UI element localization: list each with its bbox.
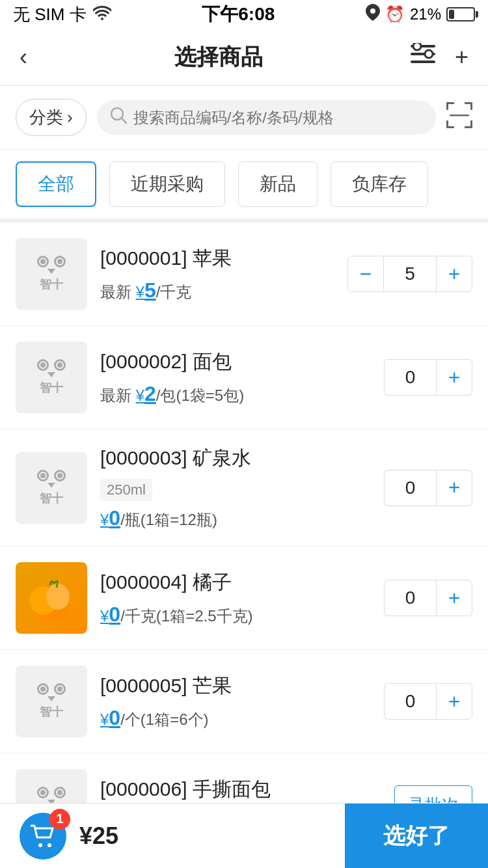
status-right: ⏰ 21% bbox=[366, 4, 475, 25]
product-spec-0000003: 250ml bbox=[100, 479, 152, 501]
product-name-0000004: [0000004] 橘子 bbox=[100, 569, 371, 596]
search-input-wrap bbox=[97, 100, 436, 135]
svg-rect-10 bbox=[470, 102, 472, 110]
svg-rect-8 bbox=[446, 102, 448, 110]
page-title: 选择商品 bbox=[174, 42, 263, 72]
product-price-0000004: ¥0/千克(1箱=2.5千克) bbox=[100, 603, 371, 627]
category-button[interactable]: 分类 › bbox=[16, 99, 87, 136]
qty-plus-0000004[interactable]: + bbox=[436, 580, 472, 616]
svg-point-3 bbox=[413, 43, 421, 50]
svg-rect-12 bbox=[446, 120, 448, 128]
owl-logo-icon: 智十 bbox=[37, 470, 66, 506]
add-button[interactable]: + bbox=[455, 44, 468, 71]
svg-rect-15 bbox=[450, 115, 469, 116]
product-info-0000005: [0000005] 芒果 ¥0/个(1箱=6个) bbox=[100, 673, 371, 730]
svg-point-19 bbox=[38, 843, 42, 847]
qty-input-0000002[interactable] bbox=[384, 359, 436, 396]
product-thumb-0000002: 智十 bbox=[16, 342, 87, 413]
battery-percent: 21% bbox=[410, 5, 441, 23]
search-icon bbox=[110, 107, 127, 128]
product-item-0000002: 智十 [0000002] 面包 最新 ¥2/包(1袋=5包) + bbox=[0, 326, 488, 429]
confirm-button[interactable]: 选好了 bbox=[345, 804, 488, 869]
qty-plus-0000001[interactable]: + bbox=[436, 256, 472, 292]
product-info-0000004: [0000004] 橘子 ¥0/千克(1箱=2.5千克) bbox=[100, 569, 371, 627]
product-price-0000003: ¥0/瓶(1箱=12瓶) bbox=[100, 506, 371, 530]
qty-control-0000003: + bbox=[384, 470, 472, 506]
cart-section: 1 ¥25 bbox=[0, 813, 345, 860]
owl-logo-icon: 智十 bbox=[37, 256, 66, 292]
filter-icon[interactable] bbox=[411, 43, 435, 71]
product-name-0000002: [0000002] 面包 bbox=[100, 349, 371, 375]
svg-rect-2 bbox=[411, 61, 435, 63]
svg-point-4 bbox=[425, 50, 433, 58]
search-bar: 分类 › bbox=[0, 86, 488, 150]
product-item-0000001: 智十 [0000001] 苹果 最新 ¥5/千克 − + bbox=[0, 223, 488, 326]
product-price-0000005: ¥0/个(1箱=6个) bbox=[100, 706, 371, 730]
status-left: 无 SIM 卡 bbox=[13, 3, 111, 26]
category-label: 分类 bbox=[29, 106, 63, 129]
qty-input-0000005[interactable] bbox=[384, 683, 436, 720]
owl-logo-icon: 智十 bbox=[37, 359, 66, 396]
qty-minus-0000001[interactable]: − bbox=[347, 256, 384, 292]
product-list: 智十 [0000001] 苹果 最新 ¥5/千克 − + 智十 bbox=[0, 223, 488, 868]
qty-control-0000002: + bbox=[384, 359, 472, 396]
tab-negative[interactable]: 负库存 bbox=[331, 161, 428, 207]
svg-rect-14 bbox=[470, 120, 472, 128]
battery-icon bbox=[446, 7, 475, 21]
location-icon bbox=[366, 4, 380, 25]
qty-control-0000001: − + bbox=[347, 256, 472, 292]
tab-all[interactable]: 全部 bbox=[16, 161, 96, 207]
orange-image bbox=[16, 562, 87, 634]
product-info-0000002: [0000002] 面包 最新 ¥2/包(1袋=5包) bbox=[100, 349, 371, 406]
back-button[interactable]: ‹ bbox=[20, 44, 27, 71]
tab-recent[interactable]: 近期采购 bbox=[109, 161, 225, 207]
product-name-0000001: [0000001] 苹果 bbox=[100, 245, 334, 272]
product-price-0000002: 最新 ¥2/包(1袋=5包) bbox=[100, 382, 371, 406]
product-thumb-0000001: 智十 bbox=[16, 238, 87, 310]
cart-icon-wrap[interactable]: 1 bbox=[20, 813, 66, 860]
qty-plus-0000003[interactable]: + bbox=[436, 470, 472, 506]
qty-control-0000005: + bbox=[384, 683, 472, 720]
product-item-0000003: 智十 [0000003] 矿泉水 250ml ¥0/瓶(1箱=12瓶) + bbox=[0, 429, 488, 547]
product-name-0000006: [0000006] 手撕面包 bbox=[100, 776, 381, 803]
product-item-0000005: 智十 [0000005] 芒果 ¥0/个(1箱=6个) + bbox=[0, 650, 488, 753]
nav-bar: ‹ 选择商品 + bbox=[0, 29, 488, 86]
status-time: 下午6:08 bbox=[202, 2, 275, 27]
search-input[interactable] bbox=[133, 109, 423, 127]
filter-tabs: 全部 近期采购 新品 负库存 bbox=[0, 150, 488, 223]
cart-total: ¥25 bbox=[79, 822, 118, 850]
svg-point-20 bbox=[47, 843, 51, 847]
owl-logo-icon: 智十 bbox=[37, 683, 66, 720]
tab-new[interactable]: 新品 bbox=[238, 161, 318, 207]
svg-line-6 bbox=[122, 118, 126, 123]
nav-right: + bbox=[411, 43, 468, 71]
svg-point-18 bbox=[46, 584, 70, 610]
cart-badge: 1 bbox=[49, 809, 70, 830]
product-thumb-0000004 bbox=[16, 562, 87, 634]
qty-input-0000001[interactable] bbox=[384, 256, 436, 292]
product-thumb-0000005: 智十 bbox=[16, 666, 87, 737]
qty-plus-0000005[interactable]: + bbox=[436, 683, 472, 720]
product-thumb-0000003: 智十 bbox=[16, 452, 87, 524]
scan-icon[interactable] bbox=[446, 102, 472, 133]
product-item-0000004: [0000004] 橘子 ¥0/千克(1箱=2.5千克) + bbox=[0, 547, 488, 650]
status-bar: 无 SIM 卡 下午6:08 ⏰ 21% bbox=[0, 0, 488, 29]
bottom-bar: 1 ¥25 选好了 bbox=[0, 803, 488, 868]
carrier-text: 无 SIM 卡 bbox=[13, 3, 87, 26]
product-info-0000003: [0000003] 矿泉水 250ml ¥0/瓶(1箱=12瓶) bbox=[100, 445, 371, 530]
product-info-0000001: [0000001] 苹果 最新 ¥5/千克 bbox=[100, 245, 334, 303]
product-name-0000005: [0000005] 芒果 bbox=[100, 673, 371, 699]
alarm-icon: ⏰ bbox=[385, 5, 405, 23]
qty-control-0000004: + bbox=[384, 580, 472, 616]
product-price-0000001: 最新 ¥5/千克 bbox=[100, 278, 334, 303]
wifi-icon bbox=[93, 5, 111, 25]
qty-plus-0000002[interactable]: + bbox=[436, 359, 472, 396]
qty-input-0000004[interactable] bbox=[384, 580, 436, 616]
qty-input-0000003[interactable] bbox=[384, 470, 436, 506]
product-name-0000003: [0000003] 矿泉水 bbox=[100, 445, 371, 472]
category-chevron-icon: › bbox=[67, 107, 73, 128]
